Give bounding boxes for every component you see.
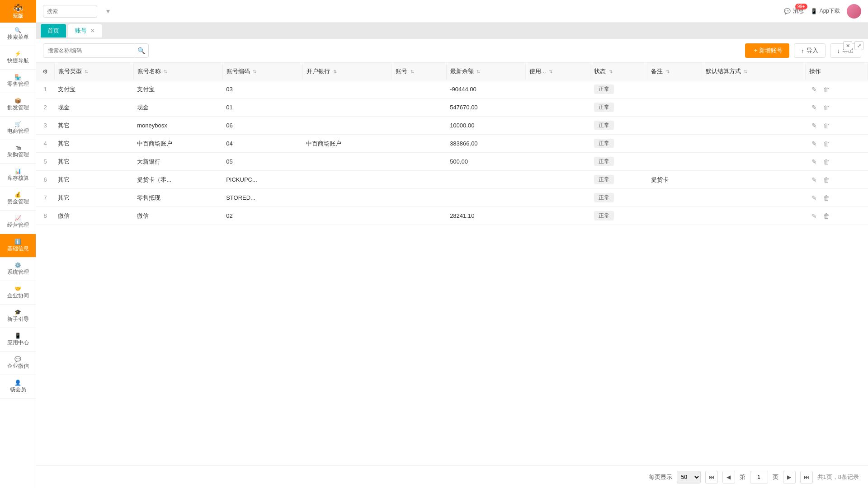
- delete-btn[interactable]: 🗑: [821, 121, 832, 130]
- sidebar-item-membership[interactable]: 👤 畅会员: [0, 375, 36, 399]
- sidebar-item-system[interactable]: ⚙️ 系统管理: [0, 258, 36, 281]
- edit-btn[interactable]: ✎: [809, 139, 819, 148]
- sidebar-item-label: 经营管理: [2, 221, 33, 229]
- tab-close-icon[interactable]: ✕: [90, 28, 95, 34]
- ecommerce-icon: 🛒: [2, 121, 33, 127]
- cell-actions: ✎ 🗑: [806, 135, 868, 153]
- th-default-settle[interactable]: 默认结算方式 ⇅: [702, 63, 806, 80]
- per-page-label: 每页显示: [649, 473, 672, 481]
- sidebar-item-collaboration[interactable]: 🤝 企业协同: [0, 281, 36, 305]
- th-account-code[interactable]: 账号编码 ⇅: [222, 63, 302, 80]
- tab-account[interactable]: 账号 ✕: [68, 24, 102, 38]
- edit-btn[interactable]: ✎: [809, 157, 819, 166]
- maximize-window-btn[interactable]: ⤢: [854, 41, 863, 50]
- sidebar-item-inventory[interactable]: 📊 库存核算: [0, 164, 36, 187]
- close-window-btn[interactable]: ✕: [843, 41, 852, 50]
- th-bank[interactable]: 开户银行 ⇅: [302, 63, 392, 80]
- sidebar-item-retail[interactable]: 🏪 零售管理: [0, 70, 36, 93]
- sidebar-item-shortcut[interactable]: ⚡ 快捷导航: [0, 46, 36, 70]
- app-icon: 📱: [811, 8, 817, 14]
- th-account-no[interactable]: 账号 ⇅: [392, 63, 446, 80]
- sidebar-item-guide[interactable]: 🎓 新手引导: [0, 305, 36, 328]
- th-usage[interactable]: 使用... ⇅: [525, 63, 590, 80]
- sort-accountno-icon: ⇅: [410, 69, 414, 74]
- topbar-search-input[interactable]: [43, 5, 97, 18]
- th-status[interactable]: 状态 ⇅: [590, 63, 647, 80]
- cell-account: [392, 80, 446, 99]
- sidebar-item-wholesale[interactable]: 📦 批发管理: [0, 93, 36, 117]
- delete-btn[interactable]: 🗑: [821, 103, 832, 112]
- search-submit-btn[interactable]: 🔍: [134, 44, 148, 57]
- cell-code: 03: [222, 80, 302, 99]
- table-row: 1 支付宝 支付宝 03 -90444.00 正常 ✎ 🗑: [36, 80, 868, 99]
- cell-use: [525, 171, 590, 189]
- sidebar-item-enterprise-wechat[interactable]: 💬 企业微信: [0, 352, 36, 375]
- sidebar-item-basic-info[interactable]: ℹ️ 基础信息: [0, 234, 36, 258]
- cell-balance: 500.00: [446, 153, 525, 171]
- tab-home[interactable]: 首页: [41, 24, 66, 38]
- edit-btn[interactable]: ✎: [809, 175, 819, 184]
- cell-name: 支付宝: [133, 80, 222, 99]
- sidebar-item-label: 企业微信: [2, 362, 33, 370]
- import-btn[interactable]: ↑ 导入: [794, 43, 826, 58]
- cell-status: 正常: [590, 80, 647, 99]
- th-note[interactable]: 备注 ⇅: [647, 63, 702, 80]
- per-page-select[interactable]: 50 100 200: [677, 471, 701, 483]
- delete-btn[interactable]: 🗑: [821, 193, 832, 202]
- first-page-btn[interactable]: ⏮: [705, 471, 718, 483]
- pagination: 每页显示 50 100 200 ⏮ ◀ 第 页 ▶ ⏭ 共1页，8条记录: [36, 465, 868, 488]
- prev-page-btn[interactable]: ◀: [722, 471, 735, 483]
- sidebar-item-app-center[interactable]: 📱 应用中心: [0, 328, 36, 352]
- th-balance[interactable]: 最新余额 ⇅: [446, 63, 525, 80]
- membership-icon: 👤: [2, 380, 33, 386]
- add-account-btn[interactable]: + 新增账号: [745, 43, 789, 58]
- sidebar-item-purchase[interactable]: 🛍 采购管理: [0, 140, 36, 164]
- cell-name: 现金: [133, 99, 222, 117]
- shortcut-icon: ⚡: [2, 51, 33, 57]
- search-input[interactable]: [43, 44, 134, 57]
- edit-btn[interactable]: ✎: [809, 193, 819, 202]
- app-download-btn[interactable]: 📱 App下载: [811, 7, 840, 15]
- delete-btn[interactable]: 🗑: [821, 211, 832, 221]
- avatar[interactable]: [847, 4, 861, 19]
- topbar: ▾ 💬 消息 99+ 📱 App下载: [36, 0, 868, 23]
- sidebar: 🐯 玩版 🔍 搜索菜单 ⚡ 快捷导航 🏪 零售管理 📦 批发管理 🛒 电商管理 …: [0, 0, 36, 488]
- sidebar-item-label: 电商管理: [2, 127, 33, 135]
- edit-btn[interactable]: ✎: [809, 211, 819, 221]
- sidebar-item-label: 企业协同: [2, 292, 33, 300]
- sidebar-item-business[interactable]: 📈 经营管理: [0, 211, 36, 234]
- last-page-btn[interactable]: ⏭: [800, 471, 813, 483]
- inventory-icon: 📊: [2, 168, 33, 174]
- topbar-dropdown-icon[interactable]: ▾: [106, 7, 110, 15]
- cell-bank: [302, 207, 392, 225]
- edit-btn[interactable]: ✎: [809, 85, 819, 94]
- cell-bank: [302, 80, 392, 99]
- edit-btn[interactable]: ✎: [809, 103, 819, 112]
- current-page-input[interactable]: [750, 471, 768, 483]
- next-page-btn[interactable]: ▶: [783, 471, 796, 483]
- app-name: 玩版: [13, 13, 23, 19]
- sidebar-item-label: 快捷导航: [2, 57, 33, 65]
- cell-code: 02: [222, 207, 302, 225]
- cell-balance: 28241.10: [446, 207, 525, 225]
- delete-btn[interactable]: 🗑: [821, 157, 832, 166]
- sidebar-item-finance[interactable]: 💰 资金管理: [0, 187, 36, 211]
- sort-code-icon: ⇅: [253, 69, 256, 74]
- delete-btn[interactable]: 🗑: [821, 139, 832, 148]
- edit-btn[interactable]: ✎: [809, 121, 819, 130]
- th-account-type[interactable]: 账号类型 ⇅: [54, 63, 133, 80]
- sidebar-item-label: 资金管理: [2, 198, 33, 206]
- cell-id: 6: [36, 171, 54, 189]
- delete-btn[interactable]: 🗑: [821, 85, 832, 94]
- th-settings[interactable]: ⚙: [36, 63, 54, 80]
- message-btn[interactable]: 💬 消息 99+: [784, 7, 804, 15]
- delete-btn[interactable]: 🗑: [821, 175, 832, 184]
- collaboration-icon: 🤝: [2, 286, 33, 292]
- th-account-name[interactable]: 账号名称 ⇅: [133, 63, 222, 80]
- sidebar-item-ecommerce[interactable]: 🛒 电商管理: [0, 117, 36, 140]
- cell-balance: [446, 189, 525, 207]
- cell-balance: [446, 171, 525, 189]
- sidebar-item-search[interactable]: 🔍 搜索菜单: [0, 23, 36, 46]
- table-row: 3 其它 moneybosx 06 10000.00 正常 ✎ 🗑: [36, 117, 868, 135]
- cell-code: 05: [222, 153, 302, 171]
